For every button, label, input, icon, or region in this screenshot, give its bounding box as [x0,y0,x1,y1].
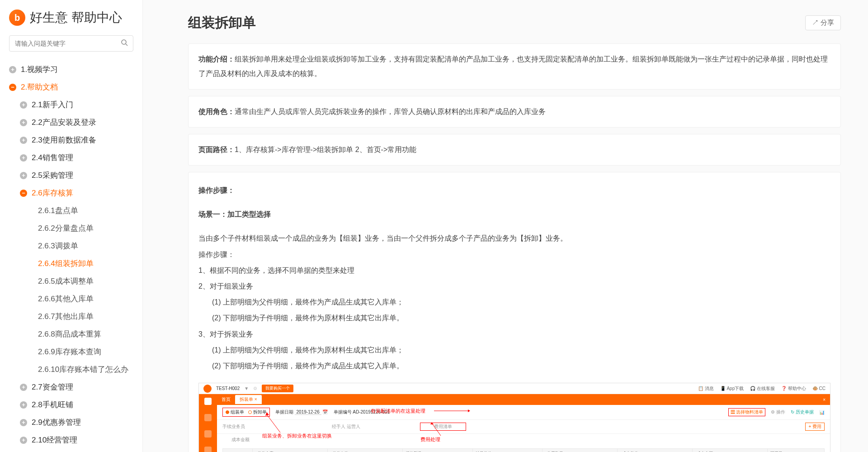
expand-icon[interactable]: + [20,437,27,444]
nav-item[interactable]: 2.6.10库存账本错了怎么办 [9,361,133,378]
share-button[interactable]: ↗ 分享 [805,15,841,30]
collapse-icon[interactable]: − [9,84,16,91]
svg-marker-5 [265,412,269,416]
paragraph: 当由多个子件材料组装成一个成品的业务为【组装】业务，当由一个父件拆分成多个子产品… [198,230,830,246]
nav-label: 2.4销售管理 [32,152,73,163]
step-3a: (1) 上部明细为父件明细，最终作为原材料生成其它出库单； [198,342,830,358]
svg-line-1 [126,44,127,46]
expand-icon[interactable]: + [20,172,27,179]
svg-marker-3 [468,409,470,412]
nav-item[interactable]: 2.6.7其他出库单 [9,308,133,325]
expand-icon[interactable]: + [20,137,27,144]
svg-line-4 [267,414,280,433]
ss-nav-icon[interactable] [204,447,212,452]
expand-icon[interactable]: + [20,384,27,391]
step-3b: (2) 下部明细为子件明细，最终作为产成品生成其它入库单。 [198,358,830,374]
embedded-screenshot: TEST-H002 ▼ ⚙ 我要购买一个 📋 消息 📱 App下载 🎧 在线客服… [198,383,830,452]
nav-label: 2.6.1盘点单 [38,206,78,215]
ss-service[interactable]: 🎧 在线客服 [750,385,775,392]
search-box [9,35,133,52]
nav-label: 2.6.8商品成本重算 [38,330,101,338]
nav-item[interactable]: +2.9优惠券管理 [9,414,133,431]
search-input[interactable] [9,35,133,52]
nav-item[interactable]: 2.6.8商品成本重算 [9,325,133,343]
nav-item[interactable]: +2.10经营管理 [9,431,133,449]
ss-msg[interactable]: 📋 消息 [698,385,714,392]
share-icon: ↗ [812,19,819,26]
nav-tree: +1.视频学习−2.帮助文档+2.1新手入门+2.2产品安装及登录+2.3使用前… [9,61,133,452]
intro-card: 功能介绍：组装拆卸单用来处理企业组装或拆卸等加工业务，支持有固定装配清单的产品加… [188,43,841,90]
nav-item[interactable]: −2.帮助文档 [9,78,133,96]
nav-label: 2.6.5成本调整单 [38,277,94,285]
role-text: 通常由生产人员或库管人员完成拆装业务的操作，库管人员确认原材料的出库和产成品的入… [235,108,546,115]
ss-topbar: TEST-H002 ▼ ⚙ 我要购买一个 📋 消息 📱 App下载 🎧 在线客服… [199,383,830,394]
nav-item[interactable]: 2.6.3调拨单 [9,237,133,255]
nav-label: 2.3使用前数据准备 [32,135,96,145]
site-title: 好生意 帮助中心 [30,9,122,26]
nav-label: 2.6.3调拨单 [38,242,78,250]
nav-item[interactable]: 2.6.1盘点单 [9,202,133,219]
nav-item[interactable]: +2.11打印设置 [9,449,133,452]
expand-icon[interactable]: + [20,119,27,126]
ss-company: TEST-H002 [216,386,240,391]
nav-item[interactable]: +2.2产品安装及登录 [9,114,133,131]
role-label: 使用角色： [198,108,235,115]
nav-item[interactable]: 2.6.4组装拆卸单 [9,255,133,272]
nav-item[interactable]: +2.4销售管理 [9,149,133,167]
svg-point-0 [122,40,126,44]
logo-icon: b [9,10,25,26]
ss-left-nav [199,394,217,452]
expand-icon[interactable]: + [20,101,27,109]
ss-help[interactable]: ❓ 帮助中心 [781,385,806,392]
nav-label: 2.7资金管理 [32,382,73,392]
nav-label: 2.6库存核算 [32,188,73,198]
nav-label: 2.帮助文档 [21,82,58,92]
nav-label: 2.6.4组装拆卸单 [38,259,94,268]
ss-nav-home-icon[interactable] [204,398,212,405]
nav-item[interactable]: +1.视频学习 [9,61,133,78]
ss-avatar[interactable]: 🐵 CC [812,386,826,391]
ss-nav-icon[interactable] [204,414,212,421]
nav-item[interactable]: 2.6.5成本调整单 [9,272,133,290]
steps-sub: 操作步骤： [198,247,830,262]
ss-nav-icon[interactable] [204,430,212,438]
page-title: 组装拆卸单 [188,14,256,32]
nav-item[interactable]: +2.5采购管理 [9,167,133,184]
nav-label: 2.6.9库存账本查询 [38,347,101,356]
ss-app[interactable]: 📱 App下载 [720,385,744,392]
nav-item[interactable]: −2.6库存核算 [9,184,133,202]
ss-type-radio-group[interactable]: 组装单 拆卸单 [222,408,270,417]
ss-buy-button[interactable]: 我要购买一个 [262,385,293,392]
path-label: 页面路径： [198,146,235,153]
ss-tab-home[interactable]: 首页 [222,396,231,403]
search-icon[interactable] [121,39,128,48]
intro-label: 功能介绍： [198,55,235,63]
step-2b: (2) 下部明细为子件明细，最终作为原材料生成其它出库单。 [198,310,830,326]
nav-label: 2.8手机旺铺 [32,400,73,410]
sidebar: b 好生意 帮助中心 +1.视频学习−2.帮助文档+2.1新手入门+2.2产品安… [0,0,143,452]
expand-icon[interactable]: + [20,419,27,426]
nav-label: 2.1新手入门 [32,100,73,110]
logo: b 好生意 帮助中心 [9,9,133,26]
expand-icon[interactable]: + [9,66,16,73]
expand-icon[interactable]: + [20,401,27,409]
nav-item[interactable]: +2.8手机旺铺 [9,396,133,414]
nav-label: 2.9优惠券管理 [32,417,81,428]
nav-item[interactable]: +2.1新手入门 [9,96,133,114]
nav-label: 2.10经营管理 [32,435,77,445]
path-text: 1、库存核算->库存管理->组装拆卸单 2、首页->常用功能 [235,146,416,153]
collapse-icon[interactable]: − [20,190,27,197]
nav-label: 2.2产品安装及登录 [32,117,96,128]
content-card: 操作步骤： 场景一：加工类型选择 当由多个子件材料组装成一个成品的业务为【组装】… [188,172,841,452]
nav-item[interactable]: +2.7资金管理 [9,378,133,396]
nav-item[interactable]: +2.3使用前数据准备 [9,131,133,149]
nav-item[interactable]: 2.6.9库存账本查询 [9,343,133,361]
svg-marker-7 [430,422,434,424]
nav-item[interactable]: 2.6.6其他入库单 [9,290,133,308]
step-1: 1、根据不同的业务，选择不同单据的类型来处理 [198,262,830,278]
nav-label: 2.5采购管理 [32,170,73,181]
nav-item[interactable]: 2.6.2分量盘点单 [9,219,133,237]
step-2a: (1) 上部明细为父件明细，最终作为产成品生成其它入库单； [198,294,830,310]
ss-tab-active[interactable]: 拆装单 × [235,395,262,404]
expand-icon[interactable]: + [20,154,27,162]
